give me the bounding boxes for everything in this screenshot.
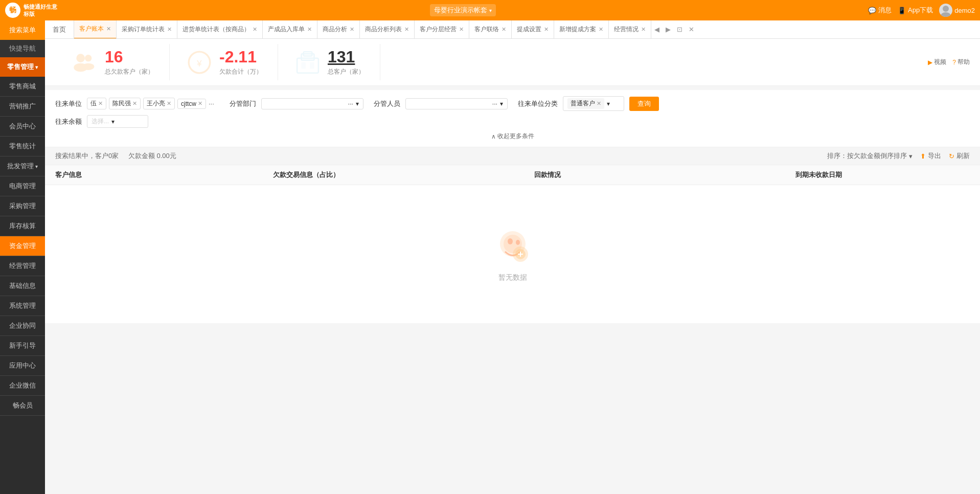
category-select[interactable]: 普通客户 ✕ ▾ bbox=[563, 96, 624, 111]
person-select[interactable]: ··· ▾ bbox=[405, 98, 508, 109]
export-btn[interactable]: ⬆ 导出 bbox=[920, 151, 941, 161]
tab-close-icon[interactable]: ✕ bbox=[641, 26, 646, 33]
filter-tag-2: 陈民强 ✕ bbox=[109, 98, 141, 109]
stat-block-customers: 16 总欠款客户（家） bbox=[55, 44, 170, 80]
tab-close-icon[interactable]: ✕ bbox=[599, 26, 603, 33]
person-filter-label: 分管人员 bbox=[374, 99, 400, 108]
sidebar-item-purchase[interactable]: 采购管理 bbox=[0, 196, 45, 216]
balance-select[interactable]: 选择... ▾ bbox=[87, 115, 148, 128]
help-btn[interactable]: ? 帮助 bbox=[952, 58, 970, 66]
empty-text: 暂无数据 bbox=[498, 273, 527, 282]
sidebar-item-retail-mgmt[interactable]: 零售管理 ▾ bbox=[0, 57, 45, 77]
sidebar-item-changhui[interactable]: 畅会员 bbox=[0, 396, 45, 416]
tab-finished-goods[interactable]: 产成品入库单 ✕ bbox=[263, 20, 317, 39]
result-bar: 搜索结果中，客户0家 欠款金额 0.00元 排序：按欠款金额倒序排序 ▾ ⬆ 导… bbox=[45, 147, 980, 165]
tab-close-icon[interactable]: ✕ bbox=[307, 26, 312, 33]
app-download-btn[interactable]: 📱 App下载 bbox=[898, 6, 933, 15]
chevron-down-icon: ▾ bbox=[607, 100, 610, 107]
tab-operations[interactable]: 经营情况 ✕ bbox=[609, 20, 651, 39]
category-tag-remove[interactable]: ✕ bbox=[597, 100, 601, 107]
balance-filter-label: 往来余额 bbox=[55, 117, 82, 126]
refresh-btn[interactable]: ↻ 刷新 bbox=[949, 151, 970, 161]
account-selector[interactable]: 母婴行业演示帐套 ▾ bbox=[430, 4, 496, 16]
chevron-down-icon: ▾ bbox=[356, 100, 359, 107]
tag-remove-2[interactable]: ✕ bbox=[132, 100, 137, 107]
tab-customer-ledger[interactable]: 客户账本 ✕ bbox=[74, 20, 117, 39]
tab-purchase-order[interactable]: 采购订单统计表 ✕ bbox=[117, 20, 177, 39]
result-summary: 搜索结果中，客户0家 欠款金额 0.00元 bbox=[55, 151, 176, 161]
tab-home[interactable]: 首页 bbox=[45, 20, 74, 39]
tab-restore[interactable]: ⊡ bbox=[674, 20, 686, 39]
sidebar-item-ecommerce[interactable]: 电商管理 bbox=[0, 176, 45, 196]
tag-remove-3[interactable]: ✕ bbox=[167, 100, 171, 107]
tag-remove-1[interactable]: ✕ bbox=[98, 100, 103, 107]
message-btn[interactable]: 💬 消息 bbox=[868, 6, 892, 15]
total-debt-label: 欠款合计（万） bbox=[219, 68, 262, 76]
sidebar-item-wecom[interactable]: 企业微信 bbox=[0, 376, 45, 396]
video-help-btn[interactable]: ▶ 视频 bbox=[928, 58, 946, 66]
dept-select[interactable]: ··· ▾ bbox=[261, 98, 363, 109]
search-btn[interactable]: 查询 bbox=[629, 97, 659, 111]
tab-customer-layer[interactable]: 客户分层经营 ✕ bbox=[415, 20, 469, 39]
sidebar-item-guide[interactable]: 新手引导 bbox=[0, 336, 45, 356]
th-due-date: 到期未收款日期 bbox=[795, 170, 970, 179]
table-header: 客户信息 欠款交易信息（占比） 回款情况 到期未收款日期 bbox=[45, 165, 980, 185]
svg-point-16 bbox=[516, 240, 520, 245]
svg-point-3 bbox=[85, 55, 92, 61]
sidebar-item-finance[interactable]: 资金管理 bbox=[0, 236, 45, 256]
user-avatar[interactable]: demo2 bbox=[939, 4, 975, 17]
tab-close-all[interactable]: ✕ bbox=[686, 20, 697, 39]
svg-point-15 bbox=[508, 238, 513, 244]
tab-close-icon[interactable]: ✕ bbox=[459, 26, 464, 33]
sidebar-item-enterprise[interactable]: 企业协同 bbox=[0, 316, 45, 336]
tab-close-icon[interactable]: ✕ bbox=[350, 26, 354, 33]
sidebar-item-inventory[interactable]: 库存核算 bbox=[0, 216, 45, 236]
tab-scroll-right[interactable]: ▶ bbox=[663, 20, 674, 39]
filter-row-2: 往来余额 选择... ▾ bbox=[55, 115, 970, 128]
tab-close-icon[interactable]: ✕ bbox=[404, 26, 409, 33]
sidebar-item-member-center[interactable]: 会员中心 bbox=[0, 117, 45, 137]
total-debt-customers-number: 16 bbox=[105, 48, 154, 66]
sidebar-item-wholesale-mgmt[interactable]: 批发管理 ▾ bbox=[0, 156, 45, 176]
top-right: 💬 消息 📱 App下载 demo2 bbox=[868, 4, 975, 17]
sidebar-item-retail-mall[interactable]: 零售商城 bbox=[0, 77, 45, 97]
tab-commission-settings[interactable]: 提成设置 ✕ bbox=[512, 20, 554, 39]
tag-remove-4[interactable]: ✕ bbox=[198, 100, 202, 107]
category-tag: 普通客户 ✕ bbox=[567, 98, 604, 109]
chevron-down-icon: ▾ bbox=[909, 152, 913, 160]
collapse-btn[interactable]: ∧ 收起更多条件 bbox=[491, 132, 534, 141]
tab-close-icon[interactable]: ✕ bbox=[106, 26, 111, 32]
stat-block-all-customers: 131 总客户（家） bbox=[278, 44, 380, 80]
tab-close-icon[interactable]: ✕ bbox=[167, 26, 172, 33]
sidebar-nav[interactable]: 快捷导航 bbox=[0, 40, 45, 57]
total-debt-customers-label: 总欠款客户（家） bbox=[105, 68, 154, 76]
svg-point-2 bbox=[76, 54, 85, 62]
filter-more-btn[interactable]: ··· bbox=[209, 100, 214, 107]
collapse-row: ∧ 收起更多条件 bbox=[55, 132, 970, 141]
tab-customer-contact[interactable]: 客户联络 ✕ bbox=[469, 20, 512, 39]
tab-close-icon[interactable]: ✕ bbox=[544, 26, 549, 33]
sidebar-item-app-center[interactable]: 应用中心 bbox=[0, 356, 45, 376]
stat-icon-all-customers bbox=[293, 48, 322, 76]
tab-close-icon[interactable]: ✕ bbox=[253, 26, 257, 33]
tab-add-commission[interactable]: 新增提成方案 ✕ bbox=[554, 20, 609, 39]
tab-product-list[interactable]: 商品分析列表 ✕ bbox=[360, 20, 415, 39]
chevron-down-icon: ▾ bbox=[35, 64, 38, 70]
filter-tag-1: 伍 ✕ bbox=[87, 98, 106, 109]
sidebar-item-basic-info[interactable]: 基础信息 bbox=[0, 276, 45, 296]
sort-btn[interactable]: 排序：按欠款金额倒序排序 ▾ bbox=[827, 151, 913, 161]
sidebar-item-marketing[interactable]: 营销推广 bbox=[0, 97, 45, 117]
sidebar-item-retail-stats[interactable]: 零售统计 bbox=[0, 137, 45, 156]
svg-rect-12 bbox=[310, 62, 314, 69]
sidebar-item-system[interactable]: 系统管理 bbox=[0, 296, 45, 316]
chevron-down-icon: ▾ bbox=[489, 8, 492, 13]
filter-area: 往来单位 伍 ✕ 陈民强 ✕ 王小亮 bbox=[45, 90, 980, 147]
sidebar-search[interactable]: 搜索菜单 bbox=[0, 20, 45, 40]
dept-more-icon: ··· bbox=[348, 100, 353, 107]
tab-product-analysis[interactable]: 商品分析 ✕ bbox=[317, 20, 360, 39]
tab-scroll-left[interactable]: ◀ bbox=[651, 20, 663, 39]
tab-close-icon[interactable]: ✕ bbox=[502, 26, 506, 33]
stat-values-customers: 16 总欠款客户（家） bbox=[105, 48, 154, 76]
sidebar-item-operations[interactable]: 经营管理 bbox=[0, 256, 45, 276]
tab-inbound-stats[interactable]: 进货单统计表（按商品） ✕ bbox=[177, 20, 263, 39]
